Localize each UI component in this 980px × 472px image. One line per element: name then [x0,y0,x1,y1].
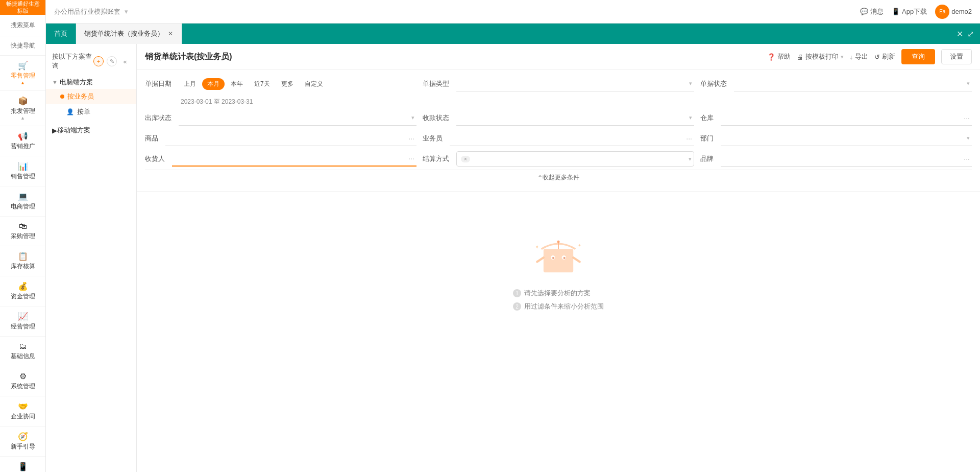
sidebar-search-section: 搜索菜单 [0,15,45,36]
sidebar-item-marketing[interactable]: 📢 营销推广 [0,126,45,156]
brand-control[interactable] [721,151,972,167]
settlement-tag-close[interactable]: × [464,156,467,162]
sidebar-item-collab-label: 企业协同 [11,412,35,421]
tab-home[interactable]: 首页 [46,23,76,44]
scheme-item-by-order[interactable]: 👤 按单 [46,104,136,120]
tab-custom[interactable]: 自定义 [300,78,328,90]
collapse-more-btn[interactable]: ⌃ 收起更多条件 [145,170,972,185]
sidebar-item-operations[interactable]: 📈 经营管理 [0,306,45,337]
sidebar-item-finance[interactable]: 💰 资金管理 [0,276,45,306]
operations-icon: 📈 [18,312,28,321]
pc-scheme-header[interactable]: ▼ 电脑端方案 [46,76,136,89]
brand-filter: 品牌 [700,151,972,167]
department-control[interactable] [721,131,972,146]
print-label: 按模板打印 [805,52,839,61]
sidebar-item-sales[interactable]: 📊 销售管理 [0,156,45,186]
date-filter: 单据日期 上月 本月 本年 近7天 更多 自定义 [145,76,416,91]
tab-more[interactable]: 更多 [276,78,299,90]
ship-status-control[interactable] [179,110,416,126]
department-filter: 部门 [700,131,972,146]
svg-point-4 [564,257,566,259]
empty-tips: 1 请先选择要分析的方案 2 用过滤条件来缩小分析范围 [513,289,604,311]
query-button[interactable]: 查询 [901,49,935,64]
export-btn[interactable]: ↓ 导出 [850,52,869,61]
sidebar-item-purchase[interactable]: 🛍 采购管理 [0,217,45,246]
sidebar-item-collab[interactable]: 🤝 企业协同 [0,396,45,427]
tip-text-1: 请先选择要分析的方案 [524,289,591,298]
receiver-control[interactable] [172,151,416,167]
tab-this-year[interactable]: 本年 [226,78,248,90]
tab-last-month[interactable]: 上月 [179,78,201,90]
sidebar-item-appstore[interactable]: 📱 应用中心 [0,457,45,472]
scheme-add-btn[interactable]: + [93,56,104,66]
svg-line-7 [537,257,544,262]
sidebar-item-system[interactable]: ⚙ 系统管理 [0,366,45,396]
doc-type-label: 单据类型 [423,79,449,88]
breadcrumb-dropdown-icon[interactable]: ▾ [125,8,128,15]
chevron-down-icon: ▲ [20,80,25,85]
salesperson-label: 业务员 [423,134,443,143]
tab-window-controls: ✕ ⤢ [957,29,980,39]
svg-point-6 [557,241,560,243]
goods-control[interactable] [165,131,416,146]
ecommerce-icon: 💻 [18,192,28,201]
payment-status-label: 收款状态 [423,113,449,123]
app-download-btn[interactable]: 📱 App下载 [892,7,927,16]
message-btn[interactable]: 💬 消息 [860,7,884,16]
sidebar-item-retail[interactable]: 🛒 零售管理 ▲ [0,56,45,91]
sidebar-item-inventory[interactable]: 📋 库存核算 [0,246,45,276]
appstore-icon: 📱 [18,462,28,471]
tab-close-window-btn[interactable]: ✕ [957,29,963,39]
settlement-control[interactable]: × [456,151,694,167]
warehouse-control[interactable] [721,110,972,126]
tab-close-btn[interactable]: ✕ [168,30,173,37]
help-icon: ❓ [767,53,775,61]
quick-nav-label[interactable]: 快捷导航 [11,39,35,52]
sidebar-item-wholesale[interactable]: 📦 批发管理 ▲ [0,91,45,126]
tab-sales-stat[interactable]: 销货单统计表（按业务员） ✕ [76,23,182,44]
refresh-label: 刷新 [882,52,895,61]
doc-status-label: 单据状态 [700,79,727,88]
guide-icon: 🧭 [18,432,28,441]
doc-type-control[interactable] [456,76,694,91]
search-menu-label[interactable]: 搜索菜单 [11,19,35,32]
tab-last7[interactable]: 近7天 [249,78,275,90]
scheme-edit-btn[interactable]: ✎ [107,56,117,66]
tip-num-2: 2 [513,302,521,311]
scheme-collapse-btn[interactable]: « [120,56,130,66]
mobile-scheme-header[interactable]: ▶ 移动端方案 [46,124,136,137]
ship-status-label: 出库状态 [145,113,172,123]
scheme-item-salesperson[interactable]: 按业务员 [46,89,136,104]
date-range-display: 2023-03-01 至 2023-03-31 [181,98,253,105]
collapse-label: 收起更多条件 [543,173,579,182]
app-download-label: App下载 [902,7,927,16]
setting-button[interactable]: 设置 [941,49,972,64]
avatar: Ea [935,5,949,19]
scheme-icons: + ✎ « [93,56,130,66]
sidebar-item-basic[interactable]: 🗂 基础信息 [0,337,45,366]
sidebar-item-ecommerce[interactable]: 💻 电商管理 [0,186,45,217]
app-logo: 畅捷通好生意 标版 [0,0,46,15]
svg-line-8 [573,257,580,262]
settlement-tag: × [461,156,470,162]
sidebar-item-sales-label: 销售管理 [11,172,35,181]
sidebar-item-ecommerce-label: 电商管理 [11,202,35,211]
department-label: 部门 [700,134,714,143]
sidebar-item-guide[interactable]: 🧭 新手引导 [0,427,45,457]
sidebar-item-system-label: 系统管理 [11,382,35,391]
doc-status-control[interactable] [734,76,972,91]
goods-label: 商品 [145,134,158,143]
tab-expand-btn[interactable]: ⤢ [967,29,974,39]
salesperson-control[interactable] [450,131,694,146]
header-left: 办公用品行业模拟账套 ▾ [54,7,128,16]
help-btn[interactable]: ❓ 帮助 [767,52,791,61]
user-info[interactable]: Ea demo2 [935,5,972,19]
sidebar-item-wholesale-label: 批发管理 [11,107,35,115]
scheme-panel: 按以下方案查询 + ✎ « ▼ 电脑端方案 按业务员 👤 按单 [46,44,137,472]
print-btn[interactable]: 🖨 按模板打印 ▾ [797,52,844,61]
logo-text: 畅捷通好生意 [6,0,40,7]
tab-this-month[interactable]: 本月 [202,78,225,90]
payment-status-control[interactable] [456,110,694,126]
tip-text-2: 用过滤条件来缩小分析范围 [524,302,604,311]
refresh-btn[interactable]: ↺ 刷新 [874,52,895,61]
